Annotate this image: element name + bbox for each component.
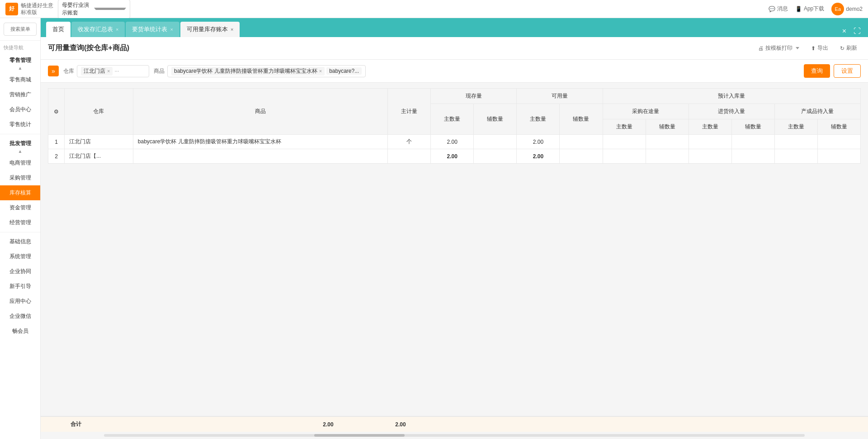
search-menu-button[interactable]: 搜索菜单 bbox=[4, 23, 37, 36]
tab-close-order-stats[interactable]: × bbox=[170, 27, 173, 32]
scroll-thumb[interactable] bbox=[314, 434, 405, 437]
sidebar-item-enterprise-collab[interactable]: 企业协同 bbox=[0, 264, 40, 279]
store-name: 母婴行业演示账套 bbox=[62, 1, 91, 17]
row2-product bbox=[133, 149, 387, 164]
logo-icon: 好 bbox=[5, 3, 18, 15]
sidebar-item-finance-mgmt[interactable]: 资金管理 bbox=[0, 200, 40, 215]
scroll-track[interactable] bbox=[104, 434, 805, 437]
maximize-button[interactable]: ⛶ bbox=[852, 25, 863, 37]
row1-incoming-aux bbox=[731, 135, 774, 149]
sidebar-item-vip-member[interactable]: 畅会员 bbox=[0, 324, 40, 339]
row1-production-aux bbox=[817, 135, 860, 149]
sidebar-item-app-center[interactable]: 应用中心 bbox=[0, 294, 40, 309]
row1-unit: 个 bbox=[388, 135, 431, 149]
sidebar-item-inventory-check[interactable]: 库存核算 bbox=[0, 185, 40, 200]
export-button[interactable]: ⬆ 导出 bbox=[807, 42, 832, 54]
row2-current-main: 2.00 bbox=[431, 149, 474, 164]
filter-buttons: 查询 设置 bbox=[804, 64, 861, 78]
sidebar-item-wholesale-mgmt[interactable]: 批发管理 bbox=[0, 136, 40, 156]
sidebar-item-ecommerce-mgmt[interactable]: 电商管理 bbox=[0, 156, 40, 170]
row2-purchase-transit-aux bbox=[646, 149, 689, 164]
row1-available-main: 2.00 bbox=[517, 135, 560, 149]
warehouse-tag-close[interactable]: × bbox=[107, 68, 110, 74]
message-action[interactable]: 💬 消息 bbox=[769, 5, 788, 13]
row1-purchase-transit-aux bbox=[646, 135, 689, 149]
chevron-down-icon bbox=[94, 8, 127, 10]
th-production-main: 主数量 bbox=[774, 119, 817, 135]
th-available-main: 主数量 bbox=[517, 104, 560, 135]
top-bar: 好 畅捷通好生意 标准版 母婴行业演示账套 💬 消息 📱 App下载 Ea de… bbox=[0, 0, 868, 18]
sidebar-item-retail-shop[interactable]: 零售商城 bbox=[0, 72, 40, 87]
th-current-aux: 辅数量 bbox=[474, 104, 517, 135]
sidebar-item-retail-stats[interactable]: 零售统计 bbox=[0, 117, 40, 132]
row2-incoming-aux bbox=[731, 149, 774, 164]
gear-icon[interactable]: ⚙ bbox=[54, 109, 59, 115]
row1-product: babycare学饮杯 儿童防摔防撞吸管杯重力球吸嘴杯宝宝水杯 bbox=[133, 135, 387, 149]
phone-icon: 📱 bbox=[795, 6, 802, 12]
content-area: 首页 收发存汇总表 × 要货单统计表 × 可用量库存账本 × × ⛶ bbox=[41, 18, 868, 439]
logo-text: 畅捷通好生意 标准版 bbox=[21, 2, 53, 15]
message-icon: 💬 bbox=[769, 6, 775, 12]
product-tag1-close[interactable]: × bbox=[319, 68, 322, 74]
tab-order-stats[interactable]: 要货单统计表 × bbox=[126, 22, 179, 37]
sidebar-item-marketing[interactable]: 营销推广 bbox=[0, 87, 40, 102]
product-tag1: babycare学饮杯 儿童防摔防撞吸管杯重力球吸嘴杯宝宝水杯 × bbox=[171, 67, 325, 76]
tab-close-available-inventory[interactable]: × bbox=[231, 27, 233, 32]
expand-filter-button[interactable]: » bbox=[48, 66, 59, 76]
row1-available-aux bbox=[560, 135, 603, 149]
row2-available-main: 2.00 bbox=[517, 149, 560, 164]
th-current-main: 主数量 bbox=[431, 104, 474, 135]
divider2 bbox=[0, 232, 40, 232]
tab-available-inventory[interactable]: 可用量库存账本 × bbox=[180, 22, 240, 37]
row2-current-aux bbox=[474, 149, 517, 164]
sidebar-item-system-mgmt[interactable]: 系统管理 bbox=[0, 249, 40, 264]
sidebar-item-purchase-mgmt[interactable]: 采购管理 bbox=[0, 170, 40, 185]
th-warehouse: 仓库 bbox=[65, 89, 133, 135]
row2-warehouse: 江北门店【... bbox=[65, 149, 133, 164]
product-filter-group: 商品 babycare学饮杯 儿童防摔防撞吸管杯重力球吸嘴杯宝宝水杯 × bab… bbox=[154, 65, 366, 77]
sidebar-item-operations-mgmt[interactable]: 经营管理 bbox=[0, 215, 40, 230]
row1-purchase-transit-main bbox=[603, 135, 646, 149]
print-chevron-icon bbox=[796, 47, 799, 49]
sidebar-search: 搜索菜单 bbox=[0, 18, 40, 41]
th-product: 商品 bbox=[133, 89, 387, 135]
tab-receive-summary[interactable]: 收发存汇总表 × bbox=[71, 22, 125, 37]
sidebar-item-retail-mgmt[interactable]: 零售管理 bbox=[0, 53, 40, 72]
print-template-button[interactable]: 🖨 按模板打印 bbox=[755, 42, 803, 54]
sidebar-item-member-center[interactable]: 会员中心 bbox=[0, 102, 40, 117]
th-production-pending: 产成品待入量 bbox=[774, 104, 860, 119]
logo-area: 好 畅捷通好生意 标准版 bbox=[5, 2, 53, 15]
warehouse-ellipsis: ··· bbox=[114, 68, 119, 74]
setting-button[interactable]: 设置 bbox=[834, 64, 861, 78]
th-available-aux: 辅数量 bbox=[560, 104, 603, 135]
close-all-tabs-button[interactable]: × bbox=[840, 25, 848, 37]
page-actions: 🖨 按模板打印 ⬆ 导出 ↻ 刷新 bbox=[755, 42, 861, 54]
receive-summary-label: 收发存汇总表 bbox=[78, 25, 113, 33]
tab-close-receive-summary[interactable]: × bbox=[116, 27, 118, 32]
sidebar-item-basic-info[interactable]: 基础信息 bbox=[0, 234, 40, 249]
refresh-label: 刷新 bbox=[846, 44, 857, 52]
home-tab-label: 首页 bbox=[52, 25, 64, 33]
row2-unit bbox=[388, 149, 431, 164]
refresh-button[interactable]: ↻ 刷新 bbox=[836, 42, 861, 54]
tab-home[interactable]: 首页 bbox=[46, 22, 71, 37]
tab-bar-actions: × ⛶ bbox=[840, 25, 863, 37]
row1-production-main bbox=[774, 135, 817, 149]
sidebar-item-enterprise-wechat[interactable]: 企业微信 bbox=[0, 309, 40, 324]
th-incoming-aux: 辅数量 bbox=[731, 119, 774, 135]
data-table: ⚙ 仓库 商品 主计量 现存量 可用量 预计入库量 主数量 辅数量 bbox=[48, 88, 861, 164]
page-title: 可用量查询(按仓库+商品) bbox=[48, 43, 129, 53]
warehouse-tag-text: 江北门店 bbox=[84, 67, 105, 75]
query-button[interactable]: 查询 bbox=[804, 64, 830, 78]
row2-available-aux bbox=[560, 149, 603, 164]
store-selector[interactable]: 母婴行业演示账套 bbox=[58, 0, 130, 19]
table-row: 1 江北门店 babycare学饮杯 儿童防摔防撞吸管杯重力球吸嘴杯宝宝水杯 个… bbox=[48, 135, 861, 149]
product-filter-input[interactable]: babycare学饮杯 儿童防摔防撞吸管杯重力球吸嘴杯宝宝水杯 × babyca… bbox=[167, 65, 366, 77]
sidebar-item-new-guide[interactable]: 新手引导 bbox=[0, 279, 40, 294]
print-label: 按模板打印 bbox=[765, 44, 793, 52]
app-download-action[interactable]: 📱 App下载 bbox=[795, 5, 824, 13]
row2-production-main bbox=[774, 149, 817, 164]
warehouse-filter-input[interactable]: 江北门店 × ··· bbox=[77, 65, 149, 77]
avatar: Ea bbox=[831, 3, 844, 15]
user-area[interactable]: Ea demo2 bbox=[831, 3, 863, 15]
